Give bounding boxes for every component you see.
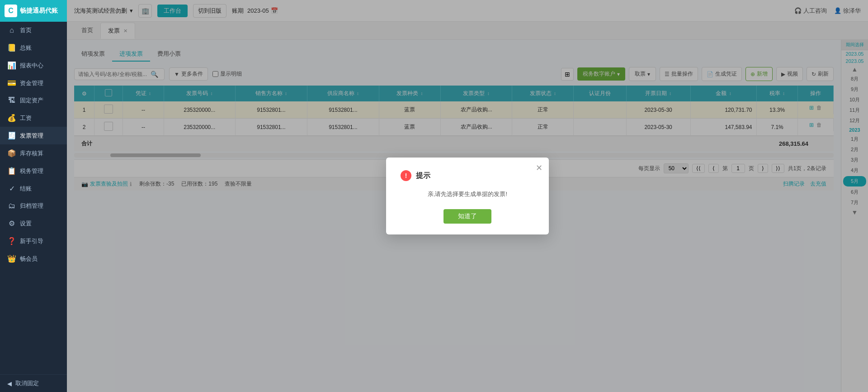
sidebar-item-label: 结账 <box>20 185 32 193</box>
sidebar-item-label: 设置 <box>20 220 32 228</box>
app-logo: C 畅捷通易代账 <box>0 0 67 22</box>
settings-icon: ⚙ <box>7 219 16 228</box>
funds-icon: 💳 <box>7 79 16 87</box>
invoices-icon: 🧾 <box>7 131 16 140</box>
modal-title-row: ! 提示 <box>401 170 534 181</box>
sidebar-item-inventory[interactable]: 📦 库存核算 <box>0 144 67 162</box>
sidebar-item-funds[interactable]: 💳 资金管理 <box>0 74 67 92</box>
modal-warning-icon: ! <box>401 170 411 181</box>
settlement-icon: ✓ <box>7 184 16 193</box>
sidebar-item-settings[interactable]: ⚙ 设置 <box>0 215 67 232</box>
reports-icon: 📊 <box>7 61 16 70</box>
modal-footer: 知道了 <box>401 209 534 224</box>
sidebar-item-payroll[interactable]: 💰 工资 <box>0 109 67 127</box>
inventory-icon: 📦 <box>7 149 16 158</box>
modal-close-btn[interactable]: ✕ <box>536 163 542 173</box>
sidebar-item-label: 畅会员 <box>20 255 38 263</box>
guide-icon: ❓ <box>7 237 16 245</box>
app-name: 畅捷通易代账 <box>20 7 58 15</box>
ledger-icon: 📒 <box>7 43 16 52</box>
sidebar-item-label: 固定资产 <box>20 96 43 105</box>
sidebar-item-invoices[interactable]: 🧾 发票管理 <box>0 127 67 144</box>
sidebar-item-tax[interactable]: 📋 税务管理 <box>0 162 67 180</box>
unpin-btn[interactable]: ◀ 取消固定 <box>0 374 67 392</box>
sidebar-item-label: 总账 <box>20 44 32 52</box>
logo-icon: C <box>5 5 17 17</box>
exclamation-icon: ! <box>405 172 407 179</box>
sidebar-item-label: 库存核算 <box>20 149 43 158</box>
sidebar-item-settlement[interactable]: ✓ 结账 <box>0 180 67 197</box>
modal-title: 提示 <box>416 171 430 181</box>
sidebar-item-home[interactable]: ⌂ 首页 <box>0 22 67 39</box>
sidebar-item-ledger[interactable]: 📒 总账 <box>0 39 67 57</box>
sidebar-item-label: 报表中心 <box>20 62 43 70</box>
home-icon: ⌂ <box>7 26 16 34</box>
member-icon: 👑 <box>7 254 16 263</box>
archive-icon: 🗂 <box>7 202 16 210</box>
sidebar-item-label: 资金管理 <box>20 79 43 87</box>
sidebar-item-label: 工资 <box>20 114 32 122</box>
modal-overlay: ✕ ! 提示 亲,请先选择要生成单据的发票! 知道了 <box>67 0 868 392</box>
sidebar-item-label: 首页 <box>20 26 32 34</box>
assets-icon: 🏗 <box>7 96 16 105</box>
sidebar-item-label: 税务管理 <box>20 167 43 175</box>
unpin-label: 取消固定 <box>15 379 39 387</box>
modal-confirm-btn[interactable]: 知道了 <box>443 209 491 224</box>
sidebar-item-reports[interactable]: 📊 报表中心 <box>0 57 67 74</box>
sidebar-item-guide[interactable]: ❓ 新手引导 <box>0 232 67 250</box>
sidebar-item-archive[interactable]: 🗂 归档管理 <box>0 197 67 215</box>
modal-message: 亲,请先选择要生成单据的发票! <box>401 190 534 198</box>
pin-icon: ◀ <box>7 380 12 387</box>
sidebar-nav: ⌂ 首页 📒 总账 📊 报表中心 💳 资金管理 🏗 固定资产 💰 工资 🧾 发票… <box>0 22 67 374</box>
sidebar: C 畅捷通易代账 ⌂ 首页 📒 总账 📊 报表中心 💳 资金管理 🏗 固定资产 … <box>0 0 67 392</box>
sidebar-item-label: 新手引导 <box>20 237 43 245</box>
sidebar-item-label: 归档管理 <box>20 202 43 210</box>
sidebar-item-member[interactable]: 👑 畅会员 <box>0 250 67 268</box>
payroll-icon: 💰 <box>7 114 16 122</box>
main-area: 沈海英测试经营勿删 ▾ 🏢 工作台 切到旧版 账期 2023-05 📅 🎧 人工… <box>67 0 868 392</box>
sidebar-item-assets[interactable]: 🏗 固定资产 <box>0 92 67 109</box>
tax-icon: 📋 <box>7 167 16 175</box>
sidebar-item-label: 发票管理 <box>20 132 43 140</box>
modal: ✕ ! 提示 亲,请先选择要生成单据的发票! 知道了 <box>386 158 549 234</box>
